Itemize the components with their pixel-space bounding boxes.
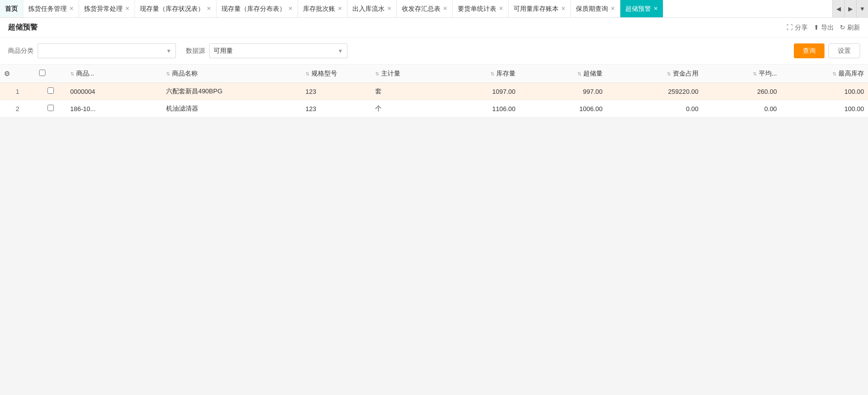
row-checkbox-1[interactable] bbox=[47, 105, 54, 111]
tab-label: 超储预警 bbox=[625, 4, 651, 13]
main-table: ⚙ ⇅ 商品... ⇅ 商品名称 ⇅ 规格型号 bbox=[0, 65, 868, 118]
datasource-value: 可用量 bbox=[214, 46, 233, 55]
topbar: 首页 拣货任务管理✕拣货异常处理✕现存量（库存状况表）✕现存量（库存分布表）✕库… bbox=[0, 0, 868, 18]
cell-avg: 0.00 bbox=[702, 100, 781, 118]
tab-label: 库存批次账 bbox=[303, 4, 335, 13]
datasource-select-arrow: ▼ bbox=[338, 48, 343, 54]
cell-unit: 个 bbox=[371, 100, 432, 118]
cell-over: 997.00 bbox=[520, 83, 607, 100]
tab-label: 拣货异常处理 bbox=[84, 4, 123, 13]
tab-tab7[interactable]: 收发存汇总表✕ bbox=[397, 0, 453, 18]
nav-arrow-left[interactable]: ◀ bbox=[832, 0, 844, 18]
refresh-icon: ↻ bbox=[840, 24, 845, 31]
cell-index: 2 bbox=[0, 100, 35, 118]
settings-button[interactable]: 设置 bbox=[828, 43, 860, 58]
tab-label: 出入库流水 bbox=[352, 4, 385, 13]
tab-tab11[interactable]: 超储预警✕ bbox=[620, 0, 663, 18]
tab-close-tab8[interactable]: ✕ bbox=[499, 5, 503, 12]
sort-icon-avg: ⇅ bbox=[753, 71, 757, 77]
nav-arrows: ◀ ▶ ▼ bbox=[832, 0, 868, 18]
sort-icon-capital: ⇅ bbox=[667, 71, 671, 77]
cell-check[interactable] bbox=[35, 100, 66, 118]
table-row: 1 0000004 六配套新昌490BPG 123 套 1097.00 997.… bbox=[0, 83, 868, 100]
category-label: 商品分类 bbox=[8, 46, 34, 55]
col-header-maxstock[interactable]: ⇅ 最高库存 bbox=[781, 65, 868, 83]
cell-capital: 0.00 bbox=[607, 100, 702, 118]
tab-tab8[interactable]: 要货单统计表✕ bbox=[453, 0, 509, 18]
cell-maxstock: 100.00 bbox=[781, 83, 868, 100]
select-all-checkbox[interactable] bbox=[39, 70, 45, 76]
tab-tab1[interactable]: 拣货任务管理✕ bbox=[23, 0, 79, 18]
cell-index: 1 bbox=[0, 83, 35, 100]
refresh-button[interactable]: ↻ 刷新 bbox=[840, 23, 860, 32]
gear-icon: ⚙ bbox=[4, 70, 10, 78]
filter-actions: 查询 设置 bbox=[794, 43, 860, 58]
sort-icon-unit: ⇅ bbox=[375, 71, 379, 77]
sort-icon-spec: ⇅ bbox=[305, 71, 309, 77]
tab-tab4[interactable]: 现存量（库存分布表）✕ bbox=[217, 0, 298, 18]
cell-unit: 套 bbox=[371, 83, 432, 100]
tab-close-tab1[interactable]: ✕ bbox=[69, 5, 74, 12]
header-actions: ⛶ 分享 ⬆ 导出 ↻ 刷新 bbox=[786, 23, 860, 32]
tab-close-tab11[interactable]: ✕ bbox=[653, 5, 658, 12]
tab-close-tab7[interactable]: ✕ bbox=[443, 5, 447, 12]
sort-icon-code: ⇅ bbox=[70, 71, 74, 77]
row-checkbox-0[interactable] bbox=[47, 87, 54, 94]
tab-close-tab9[interactable]: ✕ bbox=[561, 5, 565, 12]
cell-stock: 1106.00 bbox=[432, 100, 519, 118]
sort-icon-name: ⇅ bbox=[166, 71, 170, 77]
cell-spec: 123 bbox=[302, 83, 371, 100]
tab-close-tab3[interactable]: ✕ bbox=[207, 5, 211, 12]
tab-close-tab6[interactable]: ✕ bbox=[387, 5, 391, 12]
nav-arrow-right[interactable]: ▶ bbox=[844, 0, 856, 18]
col-header-code[interactable]: ⇅ 商品... bbox=[66, 65, 162, 83]
col-header-unit[interactable]: ⇅ 主计量 bbox=[371, 65, 432, 83]
cell-over: 1006.00 bbox=[520, 100, 607, 118]
export-button[interactable]: ⬆ 导出 bbox=[814, 23, 834, 32]
col-header-settings[interactable]: ⚙ bbox=[0, 65, 35, 83]
cell-check[interactable] bbox=[35, 83, 66, 100]
tab-label: 拣货任务管理 bbox=[28, 4, 67, 13]
sort-icon-over: ⇅ bbox=[577, 71, 581, 77]
cell-name: 六配套新昌490BPG bbox=[162, 83, 302, 100]
tab-label: 现存量（库存状况表） bbox=[140, 4, 204, 13]
col-header-over[interactable]: ⇅ 超储量 bbox=[520, 65, 607, 83]
col-header-avg[interactable]: ⇅ 平均... bbox=[702, 65, 781, 83]
tab-tab9[interactable]: 可用量库存账本✕ bbox=[509, 0, 571, 18]
cell-code: 0000004 bbox=[66, 83, 162, 100]
page-title: 超储预警 bbox=[8, 23, 38, 32]
category-select[interactable]: ▼ bbox=[38, 43, 176, 58]
query-button[interactable]: 查询 bbox=[794, 43, 825, 58]
filter-area: 商品分类 ▼ 数据源 可用量 ▼ 查询 设置 bbox=[0, 38, 868, 65]
tab-close-tab4[interactable]: ✕ bbox=[288, 5, 293, 12]
nav-arrow-expand[interactable]: ▼ bbox=[856, 0, 868, 18]
col-header-stock[interactable]: ⇅ 库存量 bbox=[432, 65, 519, 83]
export-icon: ⬆ bbox=[814, 24, 819, 31]
category-filter-group: 商品分类 ▼ bbox=[8, 43, 176, 58]
col-header-check[interactable] bbox=[35, 65, 66, 83]
page-header: 超储预警 ⛶ 分享 ⬆ 导出 ↻ 刷新 bbox=[0, 18, 868, 38]
col-header-spec[interactable]: ⇅ 规格型号 bbox=[302, 65, 371, 83]
tab-tab2[interactable]: 拣货异常处理✕ bbox=[79, 0, 135, 18]
datasource-label: 数据源 bbox=[186, 46, 205, 55]
tab-tab5[interactable]: 库存批次账✕ bbox=[298, 0, 347, 18]
tab-tab3[interactable]: 现存量（库存状况表）✕ bbox=[135, 0, 217, 18]
sort-icon-maxstock: ⇅ bbox=[832, 71, 836, 77]
cell-avg: 260.00 bbox=[702, 83, 781, 100]
table-container: ⚙ ⇅ 商品... ⇅ 商品名称 ⇅ 规格型号 bbox=[0, 65, 868, 118]
datasource-select[interactable]: 可用量 ▼ bbox=[209, 43, 347, 58]
category-select-arrow: ▼ bbox=[166, 48, 172, 54]
tab-close-tab2[interactable]: ✕ bbox=[125, 5, 130, 12]
tab-home[interactable]: 首页 bbox=[0, 0, 23, 18]
tab-tab10[interactable]: 保质期查询✕ bbox=[571, 0, 620, 18]
tab-label: 现存量（库存分布表） bbox=[221, 4, 286, 13]
col-header-name[interactable]: ⇅ 商品名称 bbox=[162, 65, 302, 83]
tab-label: 可用量库存账本 bbox=[514, 4, 559, 13]
tab-close-tab10[interactable]: ✕ bbox=[610, 5, 615, 12]
tab-close-tab5[interactable]: ✕ bbox=[338, 5, 342, 12]
tab-tab6[interactable]: 出入库流水✕ bbox=[347, 0, 397, 18]
category-select-placeholder bbox=[42, 47, 44, 55]
col-header-capital[interactable]: ⇅ 资金占用 bbox=[607, 65, 702, 83]
share-button[interactable]: ⛶ 分享 bbox=[786, 23, 808, 32]
tab-label: 保质期查询 bbox=[576, 4, 608, 13]
